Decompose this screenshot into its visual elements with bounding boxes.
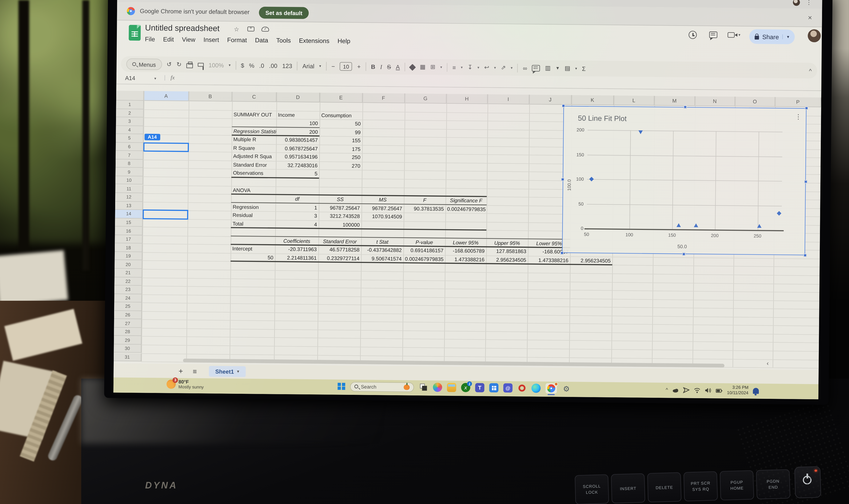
cell-J19[interactable]: 1.473388216 <box>528 256 570 265</box>
name-box[interactable]: A14 <box>125 75 135 81</box>
cell-D14[interactable]: 3 <box>275 211 319 220</box>
taskbar-icon-edge[interactable] <box>532 383 541 393</box>
key-insert[interactable]: INSERT <box>611 473 645 503</box>
active-cell-A14[interactable] <box>143 210 188 219</box>
number-format-button[interactable]: 123 <box>282 62 292 69</box>
cell-D4[interactable]: 200 <box>276 127 319 136</box>
menu-insert[interactable]: Insert <box>203 36 219 43</box>
taskbar-icon-file-explorer[interactable] <box>447 383 456 392</box>
column-header-F[interactable]: F <box>363 93 405 103</box>
cell-E19[interactable]: 0.2329727114 <box>318 254 361 263</box>
column-header-H[interactable]: H <box>446 94 488 104</box>
chevron-down-icon[interactable]: ▾ <box>739 33 740 37</box>
cell-H12[interactable]: Significance F <box>446 196 487 205</box>
cell-G12[interactable]: F <box>404 196 446 205</box>
merge-dropdown-icon[interactable]: ▾ <box>440 65 442 69</box>
italic-button[interactable]: I <box>380 63 382 70</box>
row-header-24[interactable]: 24 <box>114 294 142 303</box>
cell-D5[interactable]: 0.9838051457 <box>276 136 319 145</box>
cell-E4[interactable]: 99 <box>319 128 362 137</box>
cell-D18[interactable]: -20.3711963 <box>275 245 318 254</box>
taskbar-icon-task-view[interactable] <box>419 382 428 392</box>
set-as-default-button[interactable]: Set as default <box>259 7 309 19</box>
font-size-field[interactable]: 10 <box>340 62 352 71</box>
row-header-19[interactable]: 19 <box>115 252 142 260</box>
insert-link-button[interactable]: ∞ <box>523 65 527 71</box>
cell-I17[interactable]: Upper 95% <box>486 238 528 247</box>
move-folder-icon[interactable] <box>247 26 255 31</box>
row-header-27[interactable]: 27 <box>114 319 142 328</box>
chart-selection-handle[interactable] <box>803 254 807 257</box>
row-header-30[interactable]: 30 <box>114 344 141 353</box>
cell-I18[interactable]: 127.8581863 <box>486 247 528 256</box>
row-header-5[interactable]: 5 <box>116 134 144 143</box>
cell-D6[interactable]: 0.9678725647 <box>276 144 319 153</box>
row-header-22[interactable]: 22 <box>114 277 142 286</box>
filter-views-button[interactable]: ▤ <box>565 65 570 72</box>
cell-C19[interactable]: 50 <box>230 253 275 262</box>
spreadsheet-grid[interactable]: ABCDEFGHIJKLMNOP123456789101112131415161… <box>114 84 821 369</box>
share-button[interactable]: Share ▾ <box>749 29 795 44</box>
taskbar-icon-microsoft-store[interactable] <box>489 383 498 393</box>
browser-profile-avatar[interactable] <box>793 0 800 6</box>
row-header-21[interactable]: 21 <box>115 269 142 277</box>
fill-color-button[interactable] <box>409 64 416 71</box>
functions-button[interactable]: Σ <box>582 65 586 72</box>
cell-E7[interactable]: 250 <box>319 153 362 162</box>
strikethrough-button[interactable]: S <box>387 63 391 70</box>
insert-chart-button[interactable]: ▥ <box>545 65 551 72</box>
column-header-B[interactable]: B <box>189 91 232 102</box>
cell-C2[interactable]: SUMMARY OUT <box>232 110 276 119</box>
cell-D19[interactable]: 2.214811361 <box>275 253 318 262</box>
cell-K19[interactable]: 2.956234505 <box>570 256 612 265</box>
insert-comment-button[interactable] <box>532 65 540 71</box>
borders-button[interactable]: ▦ <box>420 63 426 70</box>
row-header-20[interactable]: 20 <box>115 260 142 269</box>
cell-F19[interactable]: 9.506741574 <box>361 254 403 263</box>
cell-I19[interactable]: 2.956234505 <box>486 255 528 264</box>
chart-selection-handle[interactable] <box>804 180 808 183</box>
comments-icon[interactable] <box>709 32 717 38</box>
star-icon[interactable]: ☆ <box>234 26 239 33</box>
tray-icon-wifi[interactable] <box>694 387 700 393</box>
column-header-K[interactable]: K <box>571 95 614 105</box>
menu-help[interactable]: Help <box>337 38 350 44</box>
filter-views-dropdown-icon[interactable]: ▾ <box>575 66 577 71</box>
key-pgup-home[interactable]: PGUPHOME <box>720 470 754 500</box>
cell-D7[interactable]: 0.9571634196 <box>276 152 319 161</box>
cell-E12[interactable]: SS <box>319 195 362 204</box>
text-rotate-button[interactable]: ⇗ <box>501 64 506 71</box>
column-header-D[interactable]: D <box>276 92 320 103</box>
start-button[interactable] <box>337 382 345 390</box>
row-header-18[interactable]: 18 <box>115 244 142 252</box>
row-header-28[interactable]: 28 <box>114 327 142 336</box>
row-header-23[interactable]: 23 <box>114 285 142 294</box>
row-header-26[interactable]: 26 <box>114 311 142 319</box>
taskbar-icon-xbox[interactable]: x1 <box>461 383 470 392</box>
row-header-1[interactable]: 1 <box>116 101 144 109</box>
key-prtscr-sysrq[interactable]: PRT SCRSYS RQ <box>683 471 718 501</box>
row-header-12[interactable]: 12 <box>115 193 143 201</box>
cell-C4[interactable]: Regression Statisti <box>232 127 276 136</box>
row-header-6[interactable]: 6 <box>116 143 144 151</box>
column-header-P[interactable]: P <box>775 97 821 107</box>
row-header-2[interactable]: 2 <box>116 109 144 118</box>
all-sheets-button[interactable]: ≡ <box>193 367 197 375</box>
row-header-8[interactable]: 8 <box>116 159 143 168</box>
column-header-L[interactable]: L <box>614 95 655 106</box>
chart-selection-handle[interactable] <box>682 252 685 256</box>
menu-view[interactable]: View <box>182 36 195 43</box>
row-header-16[interactable]: 16 <box>115 227 143 235</box>
merge-cells-button[interactable]: ⊞ <box>430 64 435 71</box>
taskbar-icon-copilot[interactable] <box>433 383 442 392</box>
cell-G18[interactable]: 0.6914186157 <box>403 246 445 255</box>
menu-extensions[interactable]: Extensions <box>299 37 330 44</box>
row-header-25[interactable]: 25 <box>114 302 142 311</box>
column-header-A[interactable]: A <box>144 91 189 101</box>
taskbar-icon-settings[interactable]: ⚙ <box>562 384 571 393</box>
row-header-14[interactable]: 14 <box>115 210 143 218</box>
text-wrap-button[interactable]: ↩ <box>484 64 489 71</box>
bold-button[interactable]: B <box>371 63 376 70</box>
percent-format-button[interactable]: % <box>249 62 254 69</box>
row-header-9[interactable]: 9 <box>116 168 143 176</box>
